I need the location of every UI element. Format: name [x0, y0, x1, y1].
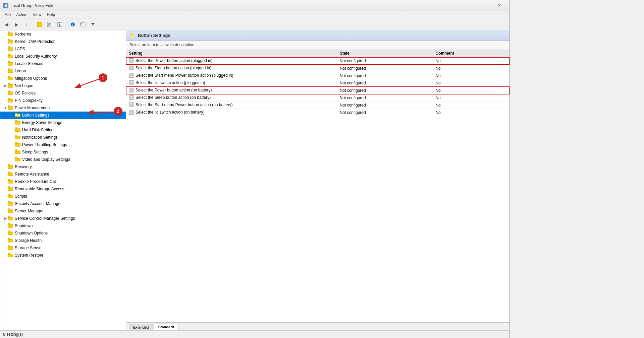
menu-help[interactable]: Help: [44, 12, 58, 18]
setting-name-cell[interactable]: Select the Start menu Power button actio…: [126, 72, 337, 79]
tree-item-label: Net Logon: [15, 83, 33, 88]
maximize-button[interactable]: □: [475, 0, 491, 11]
toolbar: ◀ ▶ ↑: [0, 18, 509, 30]
folder-closed-icon: [8, 31, 14, 37]
tree-item[interactable]: Storage Sense: [0, 244, 126, 252]
folder-closed-icon: [8, 230, 14, 236]
tree-item[interactable]: Power Throttling Settings: [0, 141, 126, 148]
col-setting[interactable]: Setting: [126, 50, 337, 57]
tree-item[interactable]: Logon: [0, 67, 126, 75]
policy-icon: [129, 66, 133, 70]
tab-standard[interactable]: Standard: [154, 324, 178, 330]
tree-item[interactable]: Local Security Authority: [0, 53, 126, 60]
right-panel: 📁 Button Settings Select an item to view…: [126, 30, 509, 330]
policy-icon: [129, 95, 133, 100]
expand-arrow[interactable]: ▶: [3, 216, 8, 221]
tree-item[interactable]: OS Policies: [0, 89, 126, 97]
tree-item[interactable]: Energy Saver Settings: [0, 119, 126, 126]
tree-item[interactable]: Shutdown Options: [0, 229, 126, 237]
filter-button[interactable]: [88, 20, 98, 29]
menu-file[interactable]: File: [2, 12, 13, 18]
minimize-button[interactable]: —: [459, 0, 475, 11]
policy-icon: [129, 110, 133, 115]
folder-closed-icon: [8, 208, 14, 214]
col-state[interactable]: State: [337, 50, 433, 57]
tree-item[interactable]: Remote Procedure Call: [0, 178, 126, 185]
tree-item[interactable]: Sleep Settings: [0, 148, 126, 156]
export-button[interactable]: [55, 20, 64, 29]
window-controls: — □ ✕: [459, 0, 507, 11]
up-button[interactable]: ↑: [22, 20, 31, 29]
tree-item[interactable]: Kernel DMA Protection: [0, 38, 126, 45]
panel-title: Button Settings: [138, 33, 170, 38]
tree-item[interactable]: Removable Storage Access: [0, 185, 126, 193]
new-tab-button[interactable]: [78, 20, 88, 29]
setting-name: Select the Power button action (on batte…: [136, 88, 212, 92]
tree-item[interactable]: ▶ Service Control Manager Settings: [0, 215, 126, 222]
tree-item[interactable]: Storage Health: [0, 237, 126, 244]
col-comment[interactable]: Comment: [433, 50, 509, 57]
setting-state-cell: Not configured: [337, 94, 433, 102]
table-row[interactable]: Select the Power button action (on batte…: [126, 87, 509, 94]
svg-rect-63: [8, 209, 10, 210]
setting-name-cell[interactable]: Select the lid switch action (on battery…: [126, 109, 337, 116]
table-row[interactable]: Select the lid switch action (on battery…: [126, 109, 509, 116]
setting-name-cell[interactable]: Select the Sleep button action (plugged …: [126, 65, 337, 72]
tree-item[interactable]: Button Settings: [0, 112, 126, 119]
status-bar: 8 setting(s): [0, 330, 509, 338]
setting-name-cell[interactable]: Select the Power button action (plugged …: [126, 57, 337, 65]
tree-item-label: Shutdown Options: [15, 231, 48, 235]
tree-item[interactable]: ▶ Net Logon: [0, 82, 126, 89]
folder-closed-icon: [15, 149, 21, 155]
tree-item[interactable]: Notification Settings: [0, 134, 126, 141]
tree-item[interactable]: Recovery: [0, 163, 126, 171]
tree-item[interactable]: Locale Services: [0, 60, 126, 67]
forward-button[interactable]: ▶: [12, 20, 21, 29]
show-hide-button[interactable]: [35, 20, 44, 29]
expand-arrow[interactable]: ▼: [3, 106, 8, 110]
tree-item[interactable]: PIN Complexity: [0, 97, 126, 104]
tree-item[interactable]: Mitigation Options: [0, 75, 126, 82]
tree-item[interactable]: Video and Display Settings: [0, 156, 126, 163]
tree-item[interactable]: Remote Assistance: [0, 171, 126, 178]
tree-item[interactable]: ▼ Power Management: [0, 104, 126, 112]
close-button[interactable]: ✕: [491, 0, 507, 11]
setting-name-cell[interactable]: Select the Start menu Power button actio…: [126, 102, 337, 109]
sidebar-tree[interactable]: Kerberos Kernel DMA Protection LAPS Loca…: [0, 30, 126, 330]
table-row[interactable]: Select the Start menu Power button actio…: [126, 72, 509, 79]
table-row[interactable]: Select the lid switch action (plugged in…: [126, 79, 509, 87]
table-row[interactable]: Select the Sleep button action (on batte…: [126, 94, 509, 102]
tree-item-label: Remote Procedure Call: [15, 179, 57, 184]
tree-item[interactable]: Hard Disk Settings: [0, 126, 126, 134]
setting-name-cell[interactable]: Select the lid switch action (plugged in…: [126, 79, 337, 87]
tab-extended[interactable]: Extended: [129, 324, 153, 330]
setting-comment-cell: No: [433, 65, 509, 72]
table-row[interactable]: Select the Start menu Power button actio…: [126, 102, 509, 109]
setting-name-cell[interactable]: Select the Power button action (on batte…: [126, 87, 337, 94]
tree-item[interactable]: Kerberos: [0, 30, 126, 38]
menu-action[interactable]: Action: [13, 12, 30, 18]
settings-table[interactable]: Setting State Comment: [126, 50, 509, 322]
table-row[interactable]: Select the Sleep button action (plugged …: [126, 65, 509, 72]
folder-closed-icon: [15, 157, 21, 162]
folder-closed-icon: [8, 253, 14, 258]
tree-item[interactable]: LAPS: [0, 45, 126, 53]
folder-closed-icon: [8, 39, 14, 45]
svg-rect-39: [15, 120, 17, 122]
menu-view[interactable]: View: [30, 12, 44, 18]
properties-button[interactable]: [45, 20, 54, 29]
table-row[interactable]: Select the Power button action (plugged …: [126, 57, 509, 65]
setting-comment-cell: No: [433, 94, 509, 102]
info-button[interactable]: i: [68, 20, 77, 29]
tree-item[interactable]: Shutdown: [0, 222, 126, 229]
tree-item-label: Security Account Manager: [15, 201, 62, 206]
expand-arrow[interactable]: ▶: [3, 83, 8, 88]
back-button[interactable]: ◀: [2, 20, 11, 29]
policy-icon: [129, 73, 133, 78]
tree-item[interactable]: Scripts: [0, 193, 126, 200]
tree-item[interactable]: Server Manager: [0, 207, 126, 215]
tree-item[interactable]: Security Account Manager: [0, 200, 126, 207]
tree-item[interactable]: System Restore: [0, 252, 126, 259]
setting-name-cell[interactable]: Select the Sleep button action (on batte…: [126, 94, 337, 102]
folder-closed-icon: [8, 216, 14, 221]
